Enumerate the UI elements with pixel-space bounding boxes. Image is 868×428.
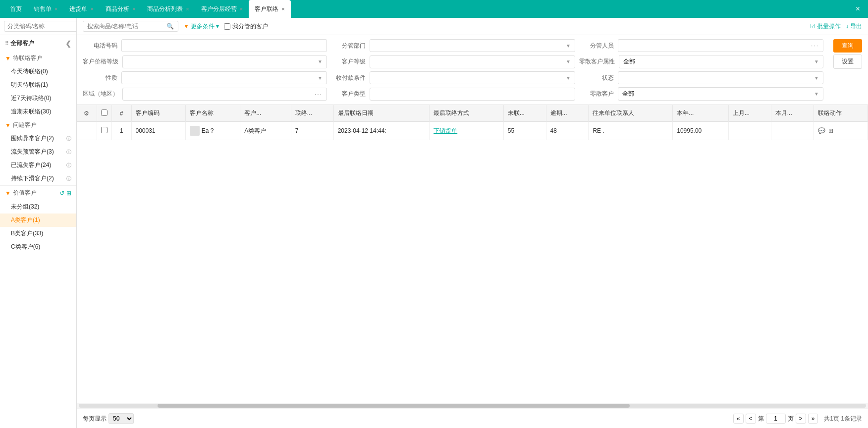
td-name: Ea ? — [185, 122, 240, 140]
last-page-btn[interactable]: » — [808, 414, 818, 424]
sidebar-item-unclassified[interactable]: 未分组(32) — [0, 200, 76, 214]
th-contact[interactable]: 联络... — [291, 105, 333, 122]
nature-arrow: ▼ — [318, 75, 323, 81]
nav-product-analysis-close[interactable]: × — [132, 6, 135, 12]
nav-sales[interactable]: 销售单 × — [28, 0, 63, 18]
page-number-input[interactable] — [766, 414, 786, 424]
filter-department-dropdown[interactable]: ▼ — [370, 39, 575, 52]
sidebar-item-overdue[interactable]: 逾期未联络(30) — [0, 105, 76, 118]
sidebar-item-declining[interactable]: 持续下滑客户(2) ⓘ — [0, 172, 76, 185]
filter-retail-attr-dropdown[interactable]: 全部▼ — [619, 55, 823, 68]
nav-home[interactable]: 首页 — [4, 0, 28, 18]
export-btn[interactable]: ↓ 导出 — [846, 22, 862, 31]
sidebar-group-pending[interactable]: ▼ 待联络客户 — [0, 52, 76, 65]
prev-page-btn[interactable]: < — [746, 414, 756, 424]
th-name[interactable]: 客户名称 — [185, 105, 240, 122]
batch-op-btn[interactable]: ☑ 批量操作 — [810, 22, 841, 31]
filter-payment-label: 收付款条件 — [331, 74, 366, 82]
nav-purchase[interactable]: 进货单 × — [63, 0, 99, 18]
td-last-method: 下销货单 — [430, 122, 504, 140]
th-overdue[interactable]: 逾期... — [546, 105, 589, 122]
sidebar-item-c-class[interactable]: C类客户(6) — [0, 240, 76, 254]
filter-nature-dropdown[interactable]: ▼ — [121, 71, 327, 84]
th-this-year[interactable]: 本年... — [673, 105, 729, 122]
sidebar: 🔍 ⠿ 全部客户 ❮ ▼ 待联络客户 今天待联络(0) 明天待联络(1) 近7天… — [0, 18, 77, 428]
action-link-icon[interactable]: ⊞ — [828, 127, 833, 134]
th-person[interactable]: 往来单位联系人 — [589, 105, 673, 122]
sidebar-collapse-btn[interactable]: ❮ — [65, 40, 71, 48]
td-last-month — [729, 122, 771, 140]
sidebar-item-a-class[interactable]: A类客户(1) — [0, 214, 76, 227]
filter-phone: 电话号码 — [83, 39, 327, 52]
filter-status-label: 状态 — [579, 74, 614, 82]
info-icon-churn-warning: ⓘ — [66, 149, 71, 156]
th-last-date[interactable]: 最后联络日期 — [333, 105, 430, 122]
td-uncontacted: 55 — [503, 122, 546, 140]
sidebar-item-hoarding[interactable]: 囤购异常客户(2) ⓘ — [0, 132, 76, 145]
row-checkbox[interactable] — [101, 127, 108, 133]
next-page-btn[interactable]: > — [796, 414, 806, 424]
th-last-method[interactable]: 最后联络方式 — [430, 105, 504, 122]
page-size-container: 每页显示 50 100 200 — [83, 413, 134, 424]
nav-sales-close[interactable]: × — [54, 6, 57, 12]
nav-product-analysis-list-close[interactable]: × — [186, 6, 189, 12]
th-type[interactable]: 客户... — [240, 105, 291, 122]
sidebar-group-value[interactable]: ▼ 价值客户 ↺ ⊞ — [0, 185, 76, 200]
th-code[interactable]: 客户编码 — [131, 105, 185, 122]
filter-status: 状态 ▼ — [579, 71, 823, 84]
sidebar-item-tomorrow[interactable]: 明天待联络(1) — [0, 78, 76, 92]
th-uncontacted[interactable]: 未联... — [503, 105, 546, 122]
sidebar-group-problem[interactable]: ▼ 问题客户 — [0, 118, 76, 132]
th-last-month[interactable]: 上月... — [729, 105, 771, 122]
value-settings-icon[interactable]: ⊞ — [66, 190, 71, 197]
filter-payment-dropdown[interactable]: ▼ — [370, 71, 575, 84]
last-method-link[interactable]: 下销货单 — [434, 127, 457, 134]
filter-region: 区域（地区） ··· — [83, 88, 327, 101]
more-filter-btn[interactable]: ▼ 更多条件 ▾ — [183, 22, 219, 31]
select-all-checkbox[interactable] — [101, 109, 108, 116]
filter-region-input[interactable]: ··· — [122, 88, 327, 101]
filter-action-buttons: 查询 设置 — [833, 39, 862, 101]
nav-purchase-close[interactable]: × — [90, 6, 93, 12]
my-customer-checkbox[interactable] — [224, 23, 230, 30]
first-page-btn[interactable]: « — [733, 414, 744, 424]
td-this-year: 10995.00 — [673, 122, 729, 140]
th-settings[interactable]: ⚙ — [77, 105, 97, 122]
filter-manager: 分管人员 ··· — [579, 39, 823, 52]
nav-customer-contact[interactable]: 客户联络 × — [249, 0, 290, 18]
nav-customer-segment-close[interactable]: × — [240, 6, 243, 12]
filter-nature-label: 性质 — [83, 74, 117, 82]
sidebar-item-7days[interactable]: 近7天待联络(0) — [0, 92, 76, 105]
page-size-select[interactable]: 50 100 200 — [108, 413, 134, 424]
sidebar-search-input[interactable] — [4, 21, 77, 32]
filter-status-dropdown[interactable]: ▼ — [618, 71, 823, 84]
filter-retail-customer-dropdown[interactable]: 全部▼ — [618, 87, 823, 101]
th-action: 联络动作 — [814, 105, 868, 122]
info-icon-churned: ⓘ — [66, 162, 71, 169]
sidebar-item-today[interactable]: 今天待联络(0) — [0, 65, 76, 78]
filter-customer-level-dropdown[interactable]: ▼ — [370, 55, 575, 68]
my-customer-filter[interactable]: 我分管的客户 — [224, 22, 268, 31]
filter-price-level-dropdown[interactable]: ▼ — [122, 55, 327, 68]
query-button[interactable]: 查询 — [833, 39, 862, 53]
pagination-container: « < 第 页 > » 共1页 1条记录 — [733, 414, 862, 424]
filter-customer-level: 客户等级 ▼ — [331, 55, 575, 68]
settings-button[interactable]: 设置 — [833, 54, 862, 69]
filter-region-label: 区域（地区） — [83, 90, 118, 98]
filter-phone-input[interactable] — [121, 39, 327, 52]
nav-product-analysis[interactable]: 商品分析 × — [100, 0, 141, 18]
value-refresh-icon[interactable]: ↺ — [59, 190, 64, 197]
sidebar-item-churn-warning[interactable]: 流失预警客户(3) ⓘ — [0, 145, 76, 159]
filter-manager-input[interactable]: ··· — [618, 39, 823, 52]
filter-customer-type-input[interactable] — [370, 88, 575, 101]
action-chat-icon[interactable]: 💬 — [818, 127, 825, 134]
nav-product-analysis-list[interactable]: 商品分析列表 × — [141, 0, 195, 18]
sidebar-item-churned[interactable]: 已流失客户(24) ⓘ — [0, 159, 76, 172]
th-this-month[interactable]: 本月... — [771, 105, 814, 122]
filter-search-input[interactable] — [87, 23, 166, 30]
nav-customer-contact-close[interactable]: × — [281, 6, 284, 12]
nav-customer-segment[interactable]: 客户分层经营 × — [195, 0, 249, 18]
filter-search-icon[interactable]: 🔍 — [166, 23, 174, 30]
sidebar-item-b-class[interactable]: B类客户(33) — [0, 227, 76, 240]
top-close-button[interactable]: × — [852, 4, 864, 13]
